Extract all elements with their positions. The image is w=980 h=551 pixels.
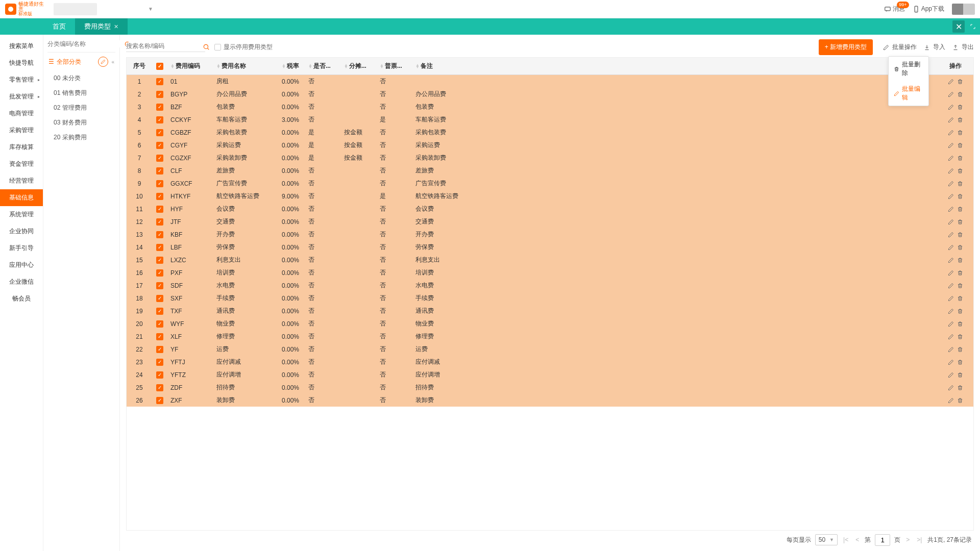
delete-icon[interactable] — [957, 129, 963, 136]
delete-icon[interactable] — [957, 155, 963, 162]
category-all[interactable]: ☰ 全部分类 « — [47, 53, 115, 71]
cell-checkbox[interactable]: ✓ — [152, 190, 167, 203]
edit-icon[interactable] — [948, 346, 954, 353]
close-icon[interactable]: ✕ — [114, 23, 118, 30]
sidebar-item[interactable]: 系统管理 — [0, 206, 43, 223]
delete-icon[interactable] — [957, 206, 963, 213]
tab-home[interactable]: 首页 — [43, 18, 75, 35]
sidebar-item[interactable]: 库存核算 — [0, 139, 43, 156]
table-row[interactable]: 15✓LXZC利息支出0.00%否否利息支出 — [127, 254, 973, 266]
delete-icon[interactable] — [957, 218, 963, 226]
table-row[interactable]: 11✓HYF会议费0.00%否否会议费 — [127, 203, 973, 215]
show-disabled-checkbox[interactable]: 显示停用费用类型 — [214, 43, 273, 52]
edit-icon[interactable] — [948, 359, 954, 366]
edit-icon[interactable] — [948, 282, 954, 289]
edit-icon[interactable] — [948, 91, 954, 98]
sidebar-item[interactable]: 资金管理 — [0, 156, 43, 172]
export-button[interactable]: 导出 — [952, 43, 974, 52]
edit-icon[interactable] — [948, 167, 954, 174]
delete-icon[interactable] — [957, 269, 963, 277]
col-bool[interactable]: ▲▼是否... — [305, 58, 341, 75]
cell-checkbox[interactable]: ✓ — [152, 305, 167, 317]
delete-icon[interactable] — [957, 371, 963, 379]
category-item[interactable]: 02 管理费用 — [47, 101, 115, 115]
sidebar-item[interactable]: 快捷导航 — [0, 55, 43, 71]
delete-icon[interactable] — [957, 282, 963, 289]
last-page-button[interactable]: >| — [915, 536, 923, 543]
delete-icon[interactable] — [957, 78, 963, 85]
col-checkbox[interactable]: ✓ — [152, 58, 167, 75]
table-row[interactable]: 21✓XLF修理费0.00%否否修理费 — [127, 330, 973, 343]
delete-icon[interactable] — [957, 193, 963, 200]
cell-checkbox[interactable]: ✓ — [152, 343, 167, 356]
sidebar-item[interactable]: 零售管理▸ — [0, 71, 43, 88]
cell-checkbox[interactable]: ✓ — [152, 279, 167, 292]
batch-ops-button[interactable]: 批量操作 — [883, 43, 917, 52]
cell-checkbox[interactable]: ✓ — [152, 292, 167, 305]
table-row[interactable]: 9✓GGXCF广告宣传费0.00%否否广告宣传费 — [127, 177, 973, 190]
table-row[interactable]: 18✓SXF手续费0.00%否否手续费 — [127, 292, 973, 305]
edit-icon[interactable] — [948, 78, 954, 85]
cell-checkbox[interactable]: ✓ — [152, 381, 167, 394]
cell-checkbox[interactable]: ✓ — [152, 266, 167, 279]
col-seq[interactable]: 序号 — [127, 58, 152, 75]
category-item[interactable]: 01 销售费用 — [47, 86, 115, 101]
avatar[interactable] — [952, 4, 975, 15]
table-row[interactable]: 23✓YFTJ应付调减0.00%否否应付调减 — [127, 356, 973, 368]
delete-icon[interactable] — [957, 180, 963, 187]
expand-icon[interactable] — [968, 20, 978, 33]
table-row[interactable]: 12✓JTF交通费0.00%否否交通费 — [127, 215, 973, 228]
col-name[interactable]: ▲▼费用名称 — [213, 58, 275, 75]
col-code[interactable]: ▲▼费用编码 — [167, 58, 213, 75]
cell-checkbox[interactable]: ✓ — [152, 177, 167, 190]
cell-checkbox[interactable]: ✓ — [152, 139, 167, 152]
edit-icon[interactable] — [948, 333, 954, 340]
cell-checkbox[interactable]: ✓ — [152, 241, 167, 254]
table-row[interactable]: 24✓YFTZ应付调增0.00%否否应付调增 — [127, 368, 973, 381]
cell-checkbox[interactable]: ✓ — [152, 75, 167, 88]
table-row[interactable]: 22✓YF运费0.00%否否运费 — [127, 343, 973, 356]
category-search-input[interactable] — [47, 40, 124, 47]
close-all-tabs-button[interactable]: ✕ — [952, 20, 965, 33]
messages-link[interactable]: 消息 99+ — [884, 5, 905, 13]
cell-checkbox[interactable]: ✓ — [152, 88, 167, 101]
edit-icon[interactable] — [948, 371, 954, 379]
edit-icon[interactable] — [948, 129, 954, 136]
cell-checkbox[interactable]: ✓ — [152, 254, 167, 266]
edit-icon[interactable] — [948, 295, 954, 302]
edit-icon[interactable] — [948, 257, 954, 264]
delete-icon[interactable] — [957, 359, 963, 366]
edit-icon[interactable] — [98, 57, 108, 67]
edit-icon[interactable] — [948, 104, 954, 111]
edit-icon[interactable] — [948, 180, 954, 187]
delete-icon[interactable] — [957, 257, 963, 264]
edit-icon[interactable] — [948, 320, 954, 328]
table-row[interactable]: 14✓LBF劳保费0.00%否否劳保费 — [127, 241, 973, 254]
chevron-down-icon[interactable]: ▼ — [148, 6, 153, 12]
cell-checkbox[interactable]: ✓ — [152, 113, 167, 126]
table-row[interactable]: 13✓KBF开办费0.00%否否开办费 — [127, 228, 973, 241]
edit-icon[interactable] — [948, 206, 954, 213]
delete-icon[interactable] — [957, 308, 963, 315]
delete-icon[interactable] — [957, 104, 963, 111]
search-icon[interactable] — [203, 42, 210, 50]
delete-icon[interactable] — [957, 295, 963, 302]
delete-icon[interactable] — [957, 91, 963, 98]
next-page-button[interactable]: > — [904, 536, 911, 543]
per-page-select[interactable]: 50 ▼ — [815, 534, 838, 545]
cell-checkbox[interactable]: ✓ — [152, 203, 167, 215]
sidebar-item[interactable]: 畅会员 — [0, 290, 43, 307]
edit-icon[interactable] — [948, 269, 954, 277]
cell-checkbox[interactable]: ✓ — [152, 330, 167, 343]
sidebar-item[interactable]: 批发管理▸ — [0, 88, 43, 105]
edit-icon[interactable] — [948, 193, 954, 200]
edit-icon[interactable] — [948, 116, 954, 123]
app-download-link[interactable]: App下载 — [913, 5, 944, 13]
sidebar-item[interactable]: 新手引导 — [0, 240, 43, 257]
first-page-button[interactable]: |< — [842, 536, 850, 543]
cell-checkbox[interactable]: ✓ — [152, 126, 167, 139]
table-row[interactable]: 3✓BZF包装费0.00%否否包装费 — [127, 101, 973, 113]
table-row[interactable]: 7✓CGZXF采购装卸费0.00%是按金额否采购装卸费 — [127, 152, 973, 164]
company-selector[interactable] — [54, 3, 97, 15]
edit-icon[interactable] — [948, 155, 954, 162]
